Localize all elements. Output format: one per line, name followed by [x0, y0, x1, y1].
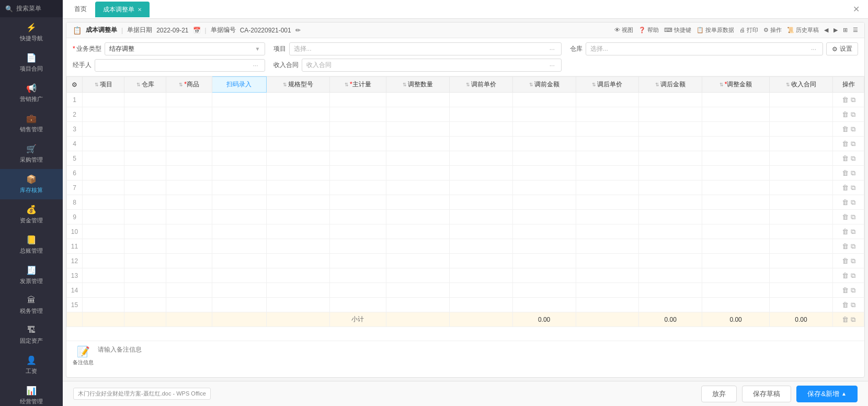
delete-row-icon[interactable]: 🗑 — [842, 169, 849, 177]
table-cell[interactable] — [212, 181, 266, 195]
copy-row-icon[interactable]: ⧉ — [851, 96, 855, 104]
table-cell[interactable] — [512, 254, 576, 268]
table-cell[interactable] — [124, 210, 166, 224]
table-cell[interactable] — [166, 239, 212, 254]
table-cell[interactable] — [212, 195, 266, 210]
table-cell[interactable] — [212, 298, 266, 312]
table-cell[interactable] — [386, 283, 450, 298]
delete-row-icon[interactable]: 🗑 — [842, 272, 849, 280]
table-cell[interactable] — [166, 298, 212, 312]
table-cell[interactable] — [770, 239, 833, 254]
sidebar-item-operations[interactable]: 📊 经营管理 — [0, 380, 63, 406]
table-cell[interactable] — [639, 298, 702, 312]
table-cell[interactable] — [329, 210, 386, 224]
table-cell[interactable] — [83, 93, 124, 107]
table-cell[interactable] — [702, 210, 770, 224]
sidebar-item-quick-nav[interactable]: ⚡ 快捷导航 — [0, 17, 63, 48]
sidebar-item-purchase-mgmt[interactable]: 🛒 采购管理 — [0, 139, 63, 169]
table-cell[interactable] — [702, 268, 770, 283]
table-cell[interactable] — [386, 210, 450, 224]
delete-row-icon[interactable]: 🗑 — [842, 301, 849, 309]
table-cell[interactable] — [702, 195, 770, 210]
table-cell[interactable] — [166, 107, 212, 122]
table-cell[interactable] — [83, 166, 124, 181]
table-cell[interactable] — [83, 239, 124, 254]
table-cell[interactable] — [386, 181, 450, 195]
table-cell[interactable] — [386, 298, 450, 312]
table-cell[interactable] — [449, 254, 512, 268]
sidebar-item-tax-mgmt[interactable]: 🏛 税务管理 — [0, 290, 63, 320]
table-cell[interactable] — [449, 137, 512, 151]
table-cell[interactable] — [212, 166, 266, 181]
table-cell[interactable] — [576, 93, 639, 107]
table-cell[interactable] — [639, 93, 702, 107]
toolbar-list-btn[interactable]: ☰ — [853, 27, 858, 33]
table-cell[interactable] — [329, 166, 386, 181]
table-cell[interactable] — [83, 151, 124, 166]
table-cell[interactable] — [770, 254, 833, 268]
table-cell[interactable] — [449, 224, 512, 239]
table-cell[interactable] — [702, 224, 770, 239]
table-cell[interactable] — [124, 93, 166, 107]
sidebar-item-fixed-assets[interactable]: 🏗 固定资产 — [0, 320, 63, 350]
table-cell[interactable] — [124, 151, 166, 166]
table-cell[interactable] — [329, 151, 386, 166]
table-cell[interactable] — [83, 268, 124, 283]
table-cell[interactable] — [124, 166, 166, 181]
table-cell[interactable] — [702, 93, 770, 107]
warehouse-select[interactable]: 选择... ··· — [586, 42, 823, 55]
table-cell[interactable] — [266, 195, 329, 210]
table-cell[interactable] — [770, 122, 833, 137]
table-cell[interactable] — [576, 107, 639, 122]
table-cell[interactable] — [770, 181, 833, 195]
table-cell[interactable] — [449, 195, 512, 210]
delete-row-icon[interactable]: 🗑 — [842, 96, 849, 104]
table-cell[interactable] — [83, 298, 124, 312]
table-cell[interactable] — [512, 283, 576, 298]
table-cell[interactable] — [512, 122, 576, 137]
copy-row-icon[interactable]: ⧉ — [851, 301, 855, 309]
table-cell[interactable] — [124, 137, 166, 151]
table-cell[interactable] — [166, 151, 212, 166]
toolbar-nav-next[interactable]: ▶ — [833, 27, 838, 33]
table-cell[interactable] — [702, 122, 770, 137]
income-contract-input[interactable]: 收入合同 ··· — [302, 59, 562, 72]
copy-row-icon[interactable]: ⧉ — [851, 110, 855, 119]
total-copy-icon[interactable]: ⧉ — [851, 315, 855, 324]
table-cell[interactable] — [329, 298, 386, 312]
delete-row-icon[interactable]: 🗑 — [842, 286, 849, 295]
warehouse-expand-icon[interactable]: ··· — [809, 46, 818, 53]
table-cell[interactable] — [83, 137, 124, 151]
table-cell[interactable] — [386, 195, 450, 210]
table-cell[interactable] — [124, 122, 166, 137]
sidebar-item-project-contract[interactable]: 📄 项目合同 — [0, 48, 63, 78]
table-cell[interactable] — [512, 298, 576, 312]
table-cell[interactable] — [124, 195, 166, 210]
table-cell[interactable] — [329, 224, 386, 239]
sidebar-item-payroll[interactable]: 👤 工资 — [0, 350, 63, 380]
table-cell[interactable] — [576, 224, 639, 239]
table-cell[interactable] — [576, 166, 639, 181]
table-cell[interactable] — [83, 107, 124, 122]
table-cell[interactable] — [124, 283, 166, 298]
delete-row-icon[interactable]: 🗑 — [842, 257, 849, 265]
table-cell[interactable] — [639, 283, 702, 298]
table-cell[interactable] — [449, 268, 512, 283]
table-cell[interactable] — [576, 298, 639, 312]
copy-row-icon[interactable]: ⧉ — [851, 169, 855, 177]
table-cell[interactable] — [266, 298, 329, 312]
table-cell[interactable] — [266, 210, 329, 224]
table-cell[interactable] — [702, 298, 770, 312]
table-cell[interactable] — [639, 151, 702, 166]
table-cell[interactable] — [212, 239, 266, 254]
table-cell[interactable] — [639, 107, 702, 122]
toolbar-operation-btn[interactable]: ⚙ 操作 — [763, 26, 782, 34]
table-cell[interactable] — [329, 181, 386, 195]
table-cell[interactable] — [770, 93, 833, 107]
table-cell[interactable] — [512, 137, 576, 151]
table-cell[interactable] — [386, 151, 450, 166]
table-cell[interactable] — [212, 137, 266, 151]
table-cell[interactable] — [449, 166, 512, 181]
tab-cost-adjust[interactable]: 成本调整单 ✕ — [95, 2, 150, 17]
table-cell[interactable] — [702, 254, 770, 268]
